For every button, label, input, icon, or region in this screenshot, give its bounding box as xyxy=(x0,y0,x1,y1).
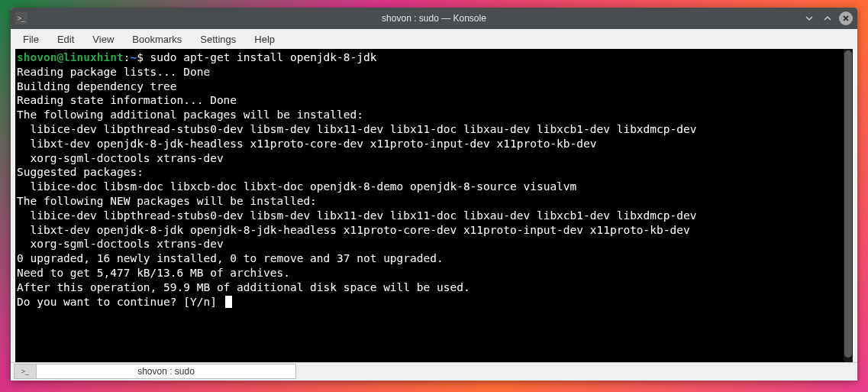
terminal-icon: >_ xyxy=(21,368,29,375)
menu-settings[interactable]: Settings xyxy=(192,31,244,47)
output-line: The following NEW packages will be insta… xyxy=(17,194,851,209)
cursor xyxy=(225,296,232,308)
output-line: The following additional packages will b… xyxy=(17,108,851,122)
output-line: Suggested packages: xyxy=(17,165,851,180)
output-line: Do you want to continue? [Y/n] xyxy=(17,295,851,309)
new-tab-button[interactable]: >_ xyxy=(14,364,37,379)
prompt-line: shovon@linuxhint:~$ sudo apt-get install… xyxy=(17,50,851,65)
terminal-area[interactable]: shovon@linuxhint:~$ sudo apt-get install… xyxy=(15,49,853,362)
tab-label: shovon : sudo xyxy=(137,366,195,377)
output-line: Reading state information... Done xyxy=(17,93,851,108)
tabbar: >_ shovon : sudo xyxy=(11,362,857,381)
maximize-button[interactable] xyxy=(821,11,834,25)
close-button[interactable] xyxy=(839,11,853,25)
output-line: libice-dev libpthread-stubs0-dev libsm-d… xyxy=(17,122,851,137)
chevron-up-icon xyxy=(823,14,832,23)
output-line: libice-doc libsm-doc libxcb-doc libxt-do… xyxy=(17,180,851,194)
tab-active[interactable]: shovon : sudo xyxy=(37,364,296,379)
command-text: sudo apt-get install openjdk-8-jdk xyxy=(144,51,377,63)
menubar: File Edit View Bookmarks Settings Help xyxy=(11,29,857,49)
window-controls xyxy=(802,11,853,25)
menu-help[interactable]: Help xyxy=(247,31,282,47)
titlebar[interactable]: >_ shovon : sudo — Konsole xyxy=(11,8,857,29)
chevron-down-icon xyxy=(805,14,814,23)
prompt-dollar: $ xyxy=(137,51,144,63)
konsole-window: >_ shovon : sudo — Konsole File Edit Vie… xyxy=(11,8,857,381)
output-line: libxt-dev openjdk-8-jdk-headless x11prot… xyxy=(17,137,851,151)
terminal-icon: >_ xyxy=(18,15,25,22)
output-line: Building dependency tree xyxy=(17,79,851,94)
output-line: Reading package lists... Done xyxy=(17,65,851,79)
window-title: shovon : sudo — Konsole xyxy=(382,13,486,24)
menu-edit[interactable]: Edit xyxy=(50,31,82,47)
output-line: libxt-dev openjdk-8-jdk openjdk-8-jdk-he… xyxy=(17,223,851,238)
menu-bookmarks[interactable]: Bookmarks xyxy=(124,31,189,47)
app-icon: >_ xyxy=(15,12,27,24)
prompt-path: ~ xyxy=(130,51,137,63)
close-icon xyxy=(842,15,850,22)
menu-view[interactable]: View xyxy=(85,31,121,47)
scrollbar-thumb[interactable] xyxy=(844,50,852,358)
scrollbar[interactable] xyxy=(844,49,853,362)
output-line: After this operation, 59.9 MB of additio… xyxy=(17,280,851,295)
output-line: libice-dev libpthread-stubs0-dev libsm-d… xyxy=(17,209,851,223)
prompt-user-host: shovon@linuxhint xyxy=(17,51,124,63)
output-line: 0 upgraded, 16 newly installed, 0 to rem… xyxy=(17,251,851,266)
menu-file[interactable]: File xyxy=(15,31,47,47)
output-line: Need to get 5,477 kB/13.6 MB of archives… xyxy=(17,266,851,280)
continue-prompt: Do you want to continue? [Y/n] xyxy=(17,296,224,308)
minimize-button[interactable] xyxy=(802,11,816,25)
output-line: xorg-sgml-doctools xtrans-dev xyxy=(17,237,851,251)
output-line: xorg-sgml-doctools xtrans-dev xyxy=(17,151,851,166)
